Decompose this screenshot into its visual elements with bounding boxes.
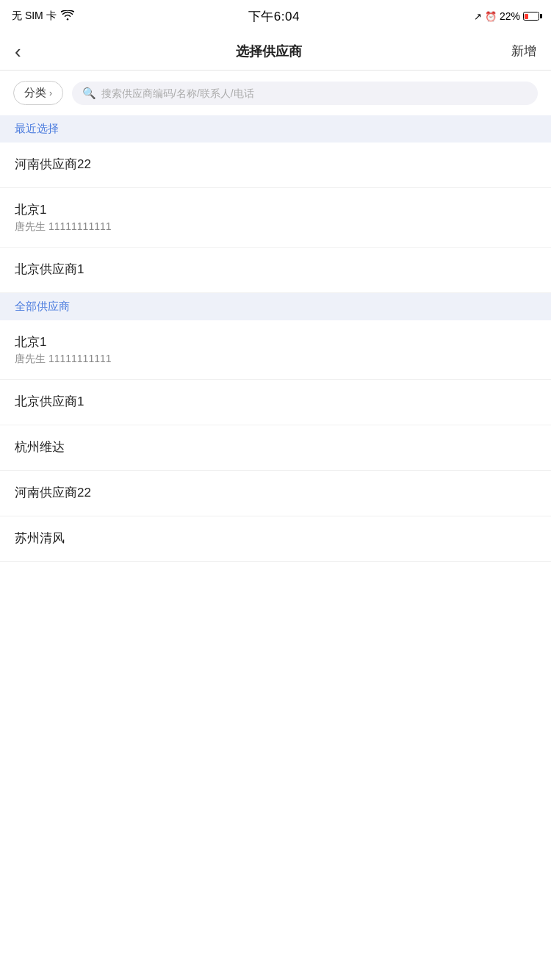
alarm-icon: ⏰: [485, 11, 497, 22]
category-filter-button[interactable]: 分类 ›: [13, 81, 63, 105]
sections-container: 最近选择河南供应商22北京1唐先生 11111111111北京供应商1全部供应商…: [0, 115, 551, 562]
battery-icon: [523, 12, 539, 21]
list-item[interactable]: 河南供应商22: [0, 471, 551, 516]
list-item[interactable]: 北京供应商1: [0, 380, 551, 425]
item-name: 北京1: [15, 201, 536, 218]
location-icon: ↗: [474, 11, 482, 22]
list-item[interactable]: 河南供应商22: [0, 143, 551, 188]
list-item[interactable]: 杭州维达: [0, 425, 551, 471]
section-label-all: 全部供应商: [15, 300, 70, 312]
section-header-all: 全部供应商: [0, 293, 551, 320]
chevron-right-icon: ›: [49, 88, 52, 98]
list-item[interactable]: 苏州清风: [0, 516, 551, 562]
item-name: 北京供应商1: [15, 393, 536, 410]
search-input[interactable]: [101, 87, 527, 99]
item-name: 苏州清风: [15, 530, 536, 547]
battery-percent: 22%: [500, 10, 520, 22]
status-bar: 无 SIM 卡 下午6:04 ↗ ⏰ 22%: [0, 0, 551, 32]
item-sub: 唐先生 11111111111: [15, 220, 536, 234]
list-item[interactable]: 北京1唐先生 11111111111: [0, 188, 551, 248]
list-item[interactable]: 北京1唐先生 11111111111: [0, 320, 551, 380]
new-action-button[interactable]: 新增: [511, 43, 536, 60]
sim-label: 无 SIM 卡: [12, 10, 57, 23]
section-label-recent: 最近选择: [15, 122, 59, 134]
page-title: 选择供应商: [27, 43, 511, 60]
status-right: ↗ ⏰ 22%: [474, 10, 539, 22]
item-name: 杭州维达: [15, 439, 536, 455]
item-name: 北京供应商1: [15, 261, 536, 278]
search-icon: 🔍: [82, 87, 96, 100]
nav-bar: ‹ 选择供应商 新增: [0, 32, 551, 71]
search-input-wrap: 🔍: [72, 82, 538, 105]
section-header-recent: 最近选择: [0, 115, 551, 143]
search-area: 分类 › 🔍: [0, 71, 551, 115]
item-name: 河南供应商22: [15, 484, 536, 501]
wifi-icon: [61, 10, 74, 23]
item-name: 河南供应商22: [15, 156, 536, 173]
status-time: 下午6:04: [248, 8, 300, 25]
item-sub: 唐先生 11111111111: [15, 353, 536, 366]
status-left: 无 SIM 卡: [12, 10, 74, 23]
item-name: 北京1: [15, 334, 536, 350]
category-label: 分类: [24, 86, 46, 100]
list-item[interactable]: 北京供应商1: [0, 248, 551, 293]
back-button[interactable]: ‹: [15, 39, 27, 64]
